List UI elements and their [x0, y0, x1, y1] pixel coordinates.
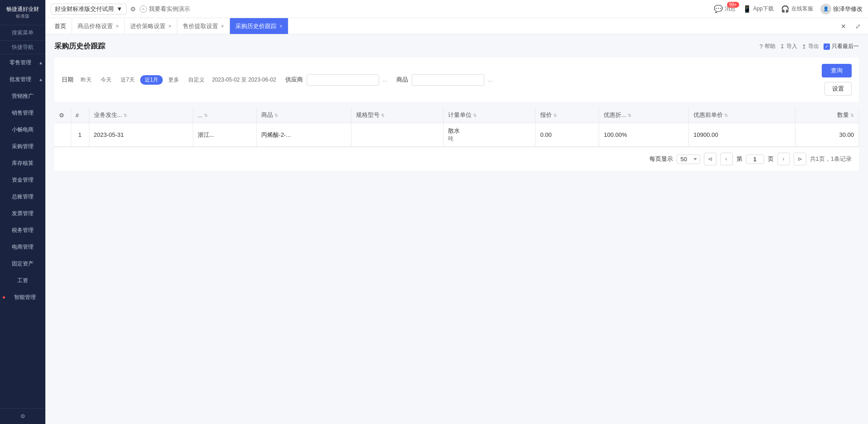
sidebar-item-tax[interactable]: 税务管理	[0, 222, 45, 239]
sidebar-item-wholesale[interactable]: 批发管理 ▲	[0, 71, 45, 88]
sidebar-item-finance[interactable]: 资金管理	[0, 172, 45, 188]
th-quantity[interactable]: 数量 ⇅	[795, 107, 858, 123]
tab-price-close[interactable]: ×	[116, 23, 119, 29]
date-yesterday[interactable]: 昨天	[77, 75, 95, 85]
tab-close-all-button[interactable]: ✕	[837, 20, 850, 33]
sidebar-item-general-ledger[interactable]: 总账管理	[0, 188, 45, 205]
prev-page-button[interactable]: ‹	[720, 153, 733, 165]
row-unit-cell: 散水 吨	[444, 123, 536, 147]
sidebar-item-fixed-assets[interactable]: 固定资产	[0, 255, 45, 272]
th-spec-sort-icon: ⇅	[381, 113, 385, 118]
page-actions: ? 帮助 ↧ 导入 ↥ 导出 ✓ 只看最后一	[760, 43, 859, 50]
message-button[interactable]: 💬 消息 99+	[714, 5, 736, 13]
sidebar-quick-nav[interactable]: 快捷导航	[0, 41, 45, 54]
app-download-button[interactable]: 📱 App下载	[743, 5, 774, 13]
row-spec-cell	[351, 123, 444, 147]
tab-purchase-history-close[interactable]: ×	[279, 23, 283, 29]
sidebar-search[interactable]: 搜索菜单	[0, 25, 45, 41]
supplier-more[interactable]: ...	[383, 77, 387, 83]
row-num-cell: 1	[71, 123, 89, 147]
sidebar-item-smart[interactable]: ● 智能管理	[0, 289, 45, 306]
sidebar-item-purchase[interactable]: 采购管理	[0, 138, 45, 155]
export-icon: ↥	[802, 43, 806, 50]
sidebar-item-inventory[interactable]: 库存核算	[0, 155, 45, 172]
th-spec[interactable]: 规格型号 ⇅	[351, 107, 444, 123]
sidebar-item-retail[interactable]: 零售管理 ▲	[0, 54, 45, 71]
tab-price-label: 商品价格设置	[78, 22, 113, 30]
th-discount[interactable]: 优惠折... ⇅	[599, 107, 689, 123]
per-page-select[interactable]: 50 10 20 100	[677, 154, 700, 164]
only-last-checkbox-group[interactable]: ✓ 只看最后一	[824, 43, 859, 50]
supplier-filter-label: 供应商	[285, 76, 303, 84]
total-label: 共1页，1条记录	[810, 155, 852, 163]
retail-arrow: ▲	[39, 60, 43, 65]
date-more[interactable]: 更多	[165, 75, 183, 85]
th-product[interactable]: 商品 ⇅	[256, 107, 351, 123]
row-product-cell: 丙烯酸-2-...	[256, 123, 351, 147]
only-last-label: 只看最后一	[832, 43, 859, 50]
online-service-button[interactable]: 🎧 在线客服	[781, 5, 813, 13]
th-product-sort-icon: ⇅	[274, 113, 278, 118]
th-price[interactable]: 报价 ⇅	[536, 107, 599, 123]
demo-button[interactable]: ○ 我要看实例演示	[140, 5, 190, 13]
sidebar-item-sales[interactable]: 销售管理	[0, 105, 45, 121]
product-input[interactable]	[412, 74, 484, 86]
th-unit[interactable]: 计量单位 ⇅	[444, 107, 536, 123]
sidebar-item-payroll[interactable]: 工资	[0, 272, 45, 289]
sidebar-settings-button[interactable]: ⚙	[0, 408, 45, 424]
product-more[interactable]: ...	[488, 77, 493, 83]
tab-price[interactable]: 商品价格设置 ×	[72, 18, 125, 34]
help-button[interactable]: ? 帮助	[760, 43, 775, 50]
date-custom[interactable]: 自定义	[185, 75, 208, 85]
user-avatar: 👤	[820, 4, 831, 14]
user-menu[interactable]: 👤 徐泽华修改	[820, 4, 863, 14]
sidebar: 畅捷通好业财 标准版 搜索菜单 快捷导航 零售管理 ▲ 批发管理 ▲ 营销推广 …	[0, 0, 45, 424]
first-page-button[interactable]: ⊲	[704, 153, 717, 165]
query-button[interactable]: 查询	[822, 64, 852, 77]
tab-purchase-strategy-close[interactable]: ×	[168, 23, 171, 29]
next-page-button[interactable]: ›	[777, 153, 790, 165]
topbar-actions: 💬 消息 99+ 📱 App下载 🎧 在线客服 👤 徐泽华修改	[714, 4, 863, 14]
import-button[interactable]: ↧ 导入	[780, 43, 797, 50]
demo-label: 我要看实例演示	[149, 5, 190, 13]
supplier-input[interactable]	[307, 74, 379, 86]
topbar-settings-icon[interactable]: ⚙	[130, 5, 136, 13]
tab-purchase-strategy[interactable]: 进价策略设置 ×	[125, 18, 177, 34]
filter-date-item: 日期 昨天 今天 近7天 近1月 更多 自定义 2023-05-02 至 202…	[62, 75, 276, 85]
tab-purchase-history[interactable]: 采购历史价跟踪 ×	[230, 18, 288, 34]
sidebar-item-ecommerce-small[interactable]: 小畅电商	[0, 121, 45, 138]
sidebar-item-invoice[interactable]: 发票管理	[0, 205, 45, 222]
th-date[interactable]: 业务发生... ⇅	[89, 107, 193, 123]
table-row: 1 2023-05-31 浙江... 丙烯酸-2-... 散水 吨 0.00 1…	[54, 123, 859, 147]
th-spec-label: 规格型号	[356, 111, 380, 119]
date-last1month[interactable]: 近1月	[140, 75, 163, 85]
version-selector[interactable]: 好业财标准版交付试用 ▼	[51, 4, 127, 14]
only-last-checkbox[interactable]: ✓	[824, 43, 830, 50]
th-price-label: 报价	[540, 111, 552, 119]
th-extra[interactable]: ... ⇅	[193, 107, 256, 123]
date-last7[interactable]: 近7天	[117, 75, 138, 85]
row-unit-value: 散水	[448, 127, 460, 134]
th-before-discount[interactable]: 优惠前单价 ⇅	[689, 107, 795, 123]
export-button[interactable]: ↥ 导出	[802, 43, 819, 50]
user-name: 徐泽华修改	[833, 5, 863, 13]
tab-expand-button[interactable]: ⤢	[852, 20, 864, 33]
last-page-button[interactable]: ⊳	[794, 153, 806, 165]
sidebar-item-marketing[interactable]: 营销推广	[0, 88, 45, 105]
topbar: 好业财标准版交付试用 ▼ ⚙ ○ 我要看实例演示 💬 消息 99+ 📱 App下…	[45, 0, 868, 18]
page-number-input[interactable]	[746, 154, 764, 164]
wholesale-arrow: ▲	[39, 77, 43, 82]
product-filter-label: 商品	[396, 76, 408, 84]
tab-home[interactable]: 首页	[49, 18, 72, 34]
th-product-label: 商品	[261, 111, 273, 119]
th-extra-sort-icon: ⇅	[204, 113, 208, 118]
sidebar-item-ecommerce[interactable]: 电商管理	[0, 239, 45, 255]
th-settings[interactable]: ⚙	[54, 107, 71, 123]
smart-dot: ●	[2, 294, 5, 300]
filter-settings-button[interactable]: 设置	[824, 82, 852, 96]
tab-selling-price-close[interactable]: ×	[221, 23, 224, 29]
tab-selling-price[interactable]: 售价提取设置 ×	[177, 18, 230, 34]
date-today[interactable]: 今天	[97, 75, 115, 85]
tab-home-label: 首页	[54, 22, 66, 30]
main-content: 好业财标准版交付试用 ▼ ⚙ ○ 我要看实例演示 💬 消息 99+ 📱 App下…	[45, 0, 868, 424]
